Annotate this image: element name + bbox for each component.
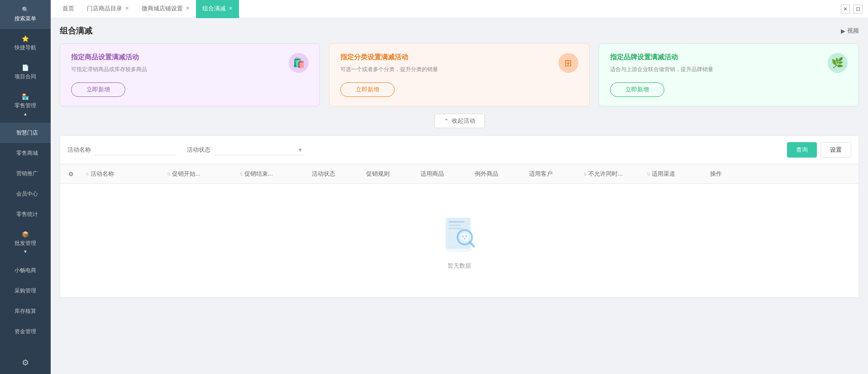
sidebar-item-smartstore[interactable]: 智慧门店 — [0, 123, 51, 143]
main-content: 首页 门店商品目录 ✕ 微商城店铺设置 ✕ 组合满减 ✕ ✕ ⊡ — [51, 0, 868, 374]
tab-product-catalog-close[interactable]: ✕ — [125, 5, 129, 11]
th-end-label: 促销结束... — [244, 170, 273, 178]
filter-status-label: 活动状态 — [187, 146, 210, 154]
category-card-add-button[interactable]: 立即新增 — [340, 82, 395, 97]
sidebar-item-search[interactable]: 🔍 搜索菜单 — [0, 0, 51, 29]
sidebar-retailstats-label: 零售统计 — [16, 211, 38, 218]
svg-point-6 — [460, 233, 469, 242]
goods-card-desc: 可指定滞销商品或库存较多商品 — [71, 65, 309, 73]
sort-icon-channel: ⇅ — [647, 172, 650, 177]
th-rule-label: 促销规则 — [366, 170, 390, 178]
th-goods-label: 适用商品 — [420, 170, 444, 178]
brand-card-icon: 🌿 — [828, 53, 848, 73]
th-goods: 适用商品 — [417, 170, 471, 178]
filter-bar: 活动名称 活动状态 进行中 未开始 已结束 ▼ — [60, 135, 859, 164]
table-gear-icon: ⚙ — [68, 171, 74, 177]
retail-icon: 🏪 — [22, 93, 29, 100]
svg-rect-3 — [448, 225, 461, 226]
svg-rect-4 — [448, 228, 463, 229]
th-concurrent[interactable]: ⇅ 不允许同时... — [580, 170, 643, 178]
window-maximize-button[interactable]: ⊡ — [854, 5, 863, 14]
tab-product-catalog[interactable]: 门店商品目录 ✕ — [81, 0, 135, 18]
activity-cards: 指定商品设置满减活动 🛍️ 可指定滞销商品或库存较多商品 立即新增 指定分类设置… — [60, 43, 859, 106]
project-icon: 📄 — [22, 64, 29, 71]
tab-home[interactable]: 首页 — [56, 0, 81, 18]
empty-text: 暂无数据 — [448, 262, 471, 270]
th-except-label: 例外商品 — [475, 170, 498, 178]
th-end[interactable]: ⇅ 促销结束... — [236, 170, 308, 178]
category-card-title: 指定分类设置满减活动 — [340, 53, 578, 62]
video-link[interactable]: ▶ 视频 — [841, 27, 859, 35]
th-name[interactable]: ⇅ 活动名称 — [82, 170, 163, 178]
empty-icon — [437, 211, 482, 256]
tab-wechat-settings-close[interactable]: ✕ — [186, 5, 190, 11]
sidebar-item-inventory[interactable]: 库存核算 — [0, 301, 51, 321]
sidebar-retail-label: 零售管理 — [14, 102, 36, 110]
brand-card-add-button[interactable]: 立即新增 — [610, 82, 664, 97]
sort-icon-name: ⇅ — [86, 172, 89, 177]
th-channel[interactable]: ⇅ 适用渠道 — [643, 170, 706, 178]
th-channel-label: 适用渠道 — [652, 170, 675, 178]
category-icon: ⊞ — [564, 58, 572, 68]
sidebar-item-retailstats[interactable]: 零售统计 — [0, 204, 51, 225]
quicknav-icon: ⭐ — [22, 35, 29, 42]
th-name-label: 活动名称 — [91, 170, 114, 178]
window-close-button[interactable]: ✕ — [841, 5, 850, 14]
th-action-label: 操作 — [710, 170, 722, 178]
sidebar-bottom: ⚙ — [0, 351, 51, 374]
sidebar-item-finance[interactable]: 资金管理 — [0, 321, 51, 342]
th-customer: 适用客户 — [525, 170, 580, 178]
sidebar-item-member[interactable]: 会员中心 — [0, 184, 51, 204]
filter-status-wrapper: 进行中 未开始 已结束 ▼ — [214, 144, 305, 155]
tab-wechat-settings[interactable]: 微商城店铺设置 ✕ — [135, 0, 196, 18]
window-close-icon: ✕ — [843, 6, 848, 12]
sort-icon-end: ⇅ — [239, 172, 243, 177]
tab-bar: 首页 门店商品目录 ✕ 微商城店铺设置 ✕ 组合满减 ✕ ✕ ⊡ — [51, 0, 868, 18]
page-title: 组合满减 — [60, 25, 92, 36]
filter-name-item: 活动名称 — [67, 144, 176, 155]
th-customer-label: 适用客户 — [529, 170, 553, 178]
shopping-bag-icon: 🛍️ — [293, 57, 305, 69]
th-start[interactable]: ⇅ 促销开始... — [163, 170, 236, 178]
table-header: ⚙ ⇅ 活动名称 ⇅ 促销开始... ⇅ 促销结束... — [60, 164, 858, 184]
svg-point-10 — [464, 238, 466, 240]
sidebar-item-marketing[interactable]: 营销推广 — [0, 163, 51, 184]
goods-activity-card: 指定商品设置满减活动 🛍️ 可指定滞销商品或库存较多商品 立即新增 — [60, 43, 320, 106]
tab-wechat-settings-label: 微商城店铺设置 — [142, 5, 183, 13]
svg-point-8 — [462, 235, 464, 237]
page-header: 组合满减 ▶ 视频 — [60, 25, 859, 36]
th-gear[interactable]: ⚙ — [60, 171, 82, 177]
tab-combo-discount-close[interactable]: ✕ — [229, 5, 233, 11]
brand-activity-card: 指定品牌设置满减活动 🌿 适合与上游企业联合做营销，提升品牌销量 立即新增 — [599, 43, 859, 106]
sidebar-inventory-label: 库存核算 — [14, 307, 36, 315]
sidebar-item-retailmall[interactable]: 零售商城 — [0, 143, 51, 163]
query-button[interactable]: 查询 — [787, 142, 817, 158]
sidebar-item-wholesale[interactable]: 📦 批发管理 ▼ — [0, 225, 51, 260]
th-start-label: 促销开始... — [172, 170, 200, 178]
gear-icon: ⚙ — [22, 358, 29, 368]
window-maximize-icon: ⊡ — [856, 6, 860, 12]
goods-card-add-button[interactable]: 立即新增 — [71, 82, 125, 97]
sidebar-retailmall-label: 零售商城 — [16, 149, 38, 157]
sidebar-item-project[interactable]: 📄 项目合同 — [0, 58, 51, 87]
filter-name-label: 活动名称 — [67, 146, 91, 154]
sidebar-quicknav-label: 快捷导航 — [14, 44, 36, 52]
filter-name-input[interactable] — [95, 144, 176, 155]
category-card-desc: 可选一个或者多个分类，提升分类的销量 — [340, 65, 578, 73]
th-status-label: 活动状态 — [312, 170, 335, 178]
video-link-label: 视频 — [847, 27, 859, 35]
sidebar-item-quicknav[interactable]: ⭐ 快捷导航 — [0, 29, 51, 58]
svg-rect-2 — [448, 221, 465, 223]
collapse-activity-button[interactable]: ⌃ 收起活动 — [434, 114, 485, 128]
sidebar-gear-button[interactable]: ⚙ — [0, 351, 51, 374]
sidebar-item-ecommerce[interactable]: 小畅电商 — [0, 260, 51, 281]
settings-button[interactable]: 设置 — [820, 142, 851, 158]
sort-icon-start: ⇅ — [167, 172, 171, 177]
sort-icon-concurrent: ⇅ — [583, 172, 587, 177]
sidebar-marketing-label: 营销推广 — [16, 170, 38, 177]
filter-status-select[interactable]: 进行中 未开始 已结束 — [218, 146, 301, 153]
sidebar-search-label: 搜索菜单 — [14, 15, 36, 23]
sidebar-item-retail[interactable]: 🏪 零售管理 ▲ — [0, 87, 51, 123]
tab-combo-discount[interactable]: 组合满减 ✕ — [196, 0, 239, 18]
sidebar-item-purchase[interactable]: 采购管理 — [0, 281, 51, 301]
